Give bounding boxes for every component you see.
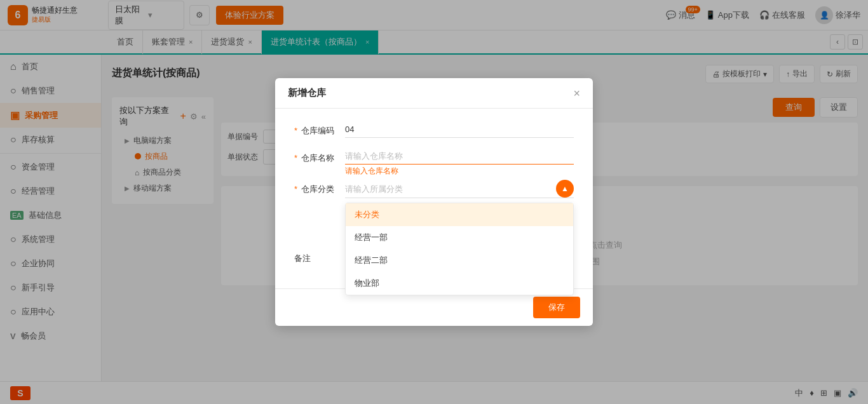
save-button[interactable]: 保存 [533, 297, 580, 318]
add-warehouse-modal: 新增仓库 × * 仓库编码 * 仓库名称 [275, 78, 593, 326]
code-label: * 仓库编码 [294, 121, 345, 137]
dropdown-item-none[interactable]: 未分类 [346, 203, 573, 226]
category-toggle-button[interactable]: ▲ [556, 180, 574, 198]
category-wrapper: ▲ 未分类 经营一部 经营二部 物业部 [345, 180, 574, 198]
dropdown-item-dept3[interactable]: 物业部 [346, 272, 573, 295]
modal-close-button[interactable]: × [573, 88, 580, 99]
dropdown-item-dept1[interactable]: 经营一部 [346, 226, 573, 249]
name-required-star: * [294, 153, 297, 163]
code-required-star: * [294, 126, 297, 135]
modal-title: 新增仓库 [288, 87, 326, 99]
note-label: 备注 [294, 249, 345, 264]
code-row: * 仓库编码 [294, 121, 574, 138]
category-row: * 仓库分类 ▲ 未分类 经营一部 经营二部 物业部 [294, 180, 574, 198]
category-required-star: * [294, 184, 297, 194]
name-input[interactable] [345, 148, 574, 165]
name-error-message: 请输入仓库名称 [345, 166, 398, 177]
dropdown-item-dept2[interactable]: 经营二部 [346, 249, 573, 272]
category-dropdown: 未分类 经营一部 经营二部 物业部 [345, 203, 574, 295]
name-row: * 仓库名称 请输入仓库名称 [294, 148, 574, 165]
modal-body: * 仓库编码 * 仓库名称 请输入仓库名称 * [275, 109, 593, 288]
name-label: * 仓库名称 [294, 149, 345, 164]
category-input[interactable] [345, 181, 556, 197]
modal-overlay: 新增仓库 × * 仓库编码 * 仓库名称 [0, 0, 868, 404]
category-input-row: ▲ [345, 180, 574, 198]
code-input[interactable] [345, 121, 574, 138]
category-label: * 仓库分类 [294, 180, 345, 195]
modal-header: 新增仓库 × [275, 78, 593, 109]
